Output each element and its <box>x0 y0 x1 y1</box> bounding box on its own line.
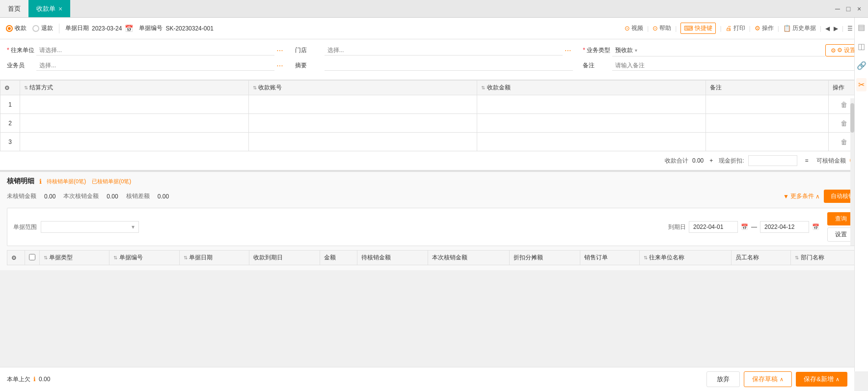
row-3-delete-icon[interactable]: 🗑 <box>841 138 847 146</box>
partner-input[interactable] <box>36 45 274 56</box>
table-icon[interactable]: ▤ <box>856 21 867 34</box>
row-3-note[interactable] <box>705 133 828 151</box>
close-tab-icon[interactable]: × <box>58 5 62 13</box>
row-1-account[interactable] <box>248 95 477 114</box>
row-2-amount[interactable] <box>477 114 706 133</box>
row-1-delete-icon[interactable]: 🗑 <box>841 101 847 109</box>
row-3-account[interactable] <box>248 133 477 151</box>
list-view-btn[interactable]: ☰ <box>847 25 853 32</box>
right-sidebar: ▤ ◫ 🔗 ✂ <box>854 18 868 371</box>
footer-right: 放弃 保存草稿 ∧ 保存&新增 ∧ <box>706 371 847 387</box>
help-btn[interactable]: ⊙ 帮助 <box>652 24 671 32</box>
radio-return[interactable]: 退款 <box>32 24 53 32</box>
row-3-method[interactable] <box>20 133 249 151</box>
scroll-track[interactable] <box>850 98 854 246</box>
vcol-order: 销售订单 <box>580 251 639 265</box>
save-new-arrow-icon: ∧ <box>836 376 840 383</box>
radio-receive-dot <box>6 25 13 32</box>
form-row-1: 往来单位 ··· 门店 ··· 业务类型 预收款 ▾ ⚙ ⚙ 设置 <box>7 44 861 56</box>
history-icon: 📋 <box>783 25 791 32</box>
row-2-method[interactable] <box>20 114 249 133</box>
footer-left: 本单上欠 ℹ 0.00 <box>7 375 50 384</box>
calendar-to-icon[interactable]: 📅 <box>812 223 819 230</box>
business-label: 业务类型 <box>583 46 612 55</box>
print-icon: 🖨 <box>726 25 732 32</box>
divider-1 <box>59 24 59 33</box>
store-input[interactable] <box>325 45 563 56</box>
vcol-checkbox[interactable] <box>25 251 40 265</box>
vcol-current: 本次核销金额 <box>428 251 510 265</box>
row-1-method[interactable] <box>20 95 249 114</box>
link-icon[interactable]: 🔗 <box>855 59 868 72</box>
salesperson-more-icon[interactable]: ··· <box>274 62 285 70</box>
summary-input[interactable] <box>325 60 573 71</box>
partner-more-icon[interactable]: ··· <box>274 47 285 55</box>
date-to-input[interactable] <box>760 221 809 233</box>
toolbar: 收款 退款 单据日期 2023-03-24 📅 单据编号 SK-20230324… <box>0 18 868 39</box>
col-settings-header[interactable]: ⚙ <box>0 81 20 95</box>
verify-tabs: 待核销单据(0笔) 已核销单据(0笔) <box>47 178 131 185</box>
calendar-icon[interactable]: 📅 <box>125 25 133 32</box>
verify-stats: 未核销金额 0.00 本次核销金额 0.00 核销差额 0.00 ▼ 更多条件 … <box>7 190 861 203</box>
business-select[interactable]: 预收款 ▾ <box>612 45 825 56</box>
store-more-icon[interactable]: ··· <box>563 47 573 55</box>
minimize-button[interactable]: ─ <box>833 4 842 14</box>
radio-receive[interactable]: 收款 <box>6 24 27 32</box>
pending-tab[interactable]: 待核销单据(0笔) <box>47 178 86 185</box>
date-from-input[interactable] <box>689 221 738 233</box>
vcol-pending: 待核销金额 <box>357 251 428 265</box>
save-new-button[interactable]: 保存&新增 ∧ <box>796 372 847 387</box>
table-row: 1 🗑 ⧉ <box>0 95 868 114</box>
salesperson-field: 业务员 ··· <box>7 60 285 71</box>
print-btn[interactable]: 🖨 打印 <box>726 24 745 32</box>
scroll-thumb[interactable] <box>850 103 854 133</box>
row-2-delete-icon[interactable]: 🗑 <box>841 119 847 127</box>
video-icon: ⊙ <box>624 25 630 32</box>
discount-input[interactable] <box>748 155 797 166</box>
maximize-button[interactable]: □ <box>843 4 853 14</box>
vcol-settings[interactable]: ⚙ <box>7 251 25 265</box>
vcol-amount: 金额 <box>320 251 357 265</box>
vcol-dept: 部门名称 <box>791 251 861 265</box>
help-icon: ⊙ <box>652 25 658 32</box>
nav-next-btn[interactable]: ▶ <box>834 25 838 32</box>
salesperson-input[interactable] <box>36 60 274 71</box>
close-window-button[interactable]: × <box>854 4 864 14</box>
business-field: 业务类型 预收款 ▾ ⚙ ⚙ 设置 <box>583 44 861 56</box>
search-row: 单据范围 ▾ 到期日 📅 — 📅 查询 设置 <box>7 208 861 246</box>
history-btn[interactable]: 📋 历史单据 <box>783 24 816 32</box>
more-filters-btn[interactable]: ▼ 更多条件 ∧ <box>783 192 820 200</box>
save-draft-button[interactable]: 保存草稿 ∧ <box>744 371 792 387</box>
partner-label: 往来单位 <box>7 46 36 55</box>
verify-info-icon[interactable]: ℹ <box>39 178 42 185</box>
vcol-type: 单据类型 <box>40 251 109 265</box>
row-1-amount[interactable] <box>477 95 706 114</box>
document-icon[interactable]: ◫ <box>856 40 867 53</box>
page-footer: 本单上欠 ℹ 0.00 放弃 保存草稿 ∧ 保存&新增 ∧ <box>0 367 854 391</box>
tab-active[interactable]: 收款单 × <box>28 0 70 17</box>
range-select[interactable]: ▾ <box>41 221 139 233</box>
number-field: 单据编号 SK-20230324-001 <box>139 24 213 32</box>
operations-btn[interactable]: ⚙ 操作 <box>755 24 774 32</box>
video-btn[interactable]: ⊙ 视频 <box>624 24 643 32</box>
row-2-account[interactable] <box>248 114 477 133</box>
form-row-2: 业务员 ··· 摘要 备注 <box>7 60 861 71</box>
row-1-note[interactable] <box>705 95 828 114</box>
scissors-icon[interactable]: ✂ <box>856 78 867 91</box>
chevron-up-icon: ∧ <box>815 193 820 200</box>
tab-home[interactable]: 首页 <box>0 0 28 17</box>
shortcuts-btn[interactable]: ⌨ 快捷键 <box>680 23 716 34</box>
note-label: 备注 <box>583 61 612 70</box>
select-all-checkbox[interactable] <box>29 254 35 260</box>
note-input[interactable] <box>612 60 861 71</box>
summary-field: 摘要 <box>295 60 573 71</box>
discard-button[interactable]: 放弃 <box>706 371 740 387</box>
salesperson-label: 业务员 <box>7 61 36 70</box>
done-tab[interactable]: 已核销单据(0笔) <box>92 178 131 185</box>
row-2-note[interactable] <box>705 114 828 133</box>
row-3-amount[interactable] <box>477 133 706 151</box>
limit-info-icon[interactable]: ℹ <box>33 376 36 383</box>
vcol-employee: 员工名称 <box>732 251 791 265</box>
nav-prev-btn[interactable]: ◀ <box>825 25 830 32</box>
calendar-from-icon[interactable]: 📅 <box>741 223 748 230</box>
